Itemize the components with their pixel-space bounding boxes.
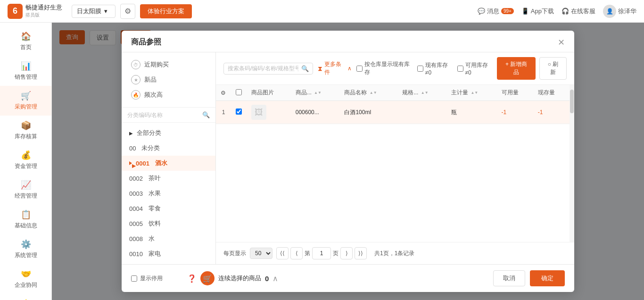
page-number-input[interactable] <box>312 247 331 259</box>
messages-link[interactable]: 💬 消息 99+ <box>478 7 514 16</box>
first-page-button[interactable]: ⟨⟨ <box>276 247 289 259</box>
scrollbar-thumb <box>570 90 574 113</box>
table-scroll-area[interactable]: ⚙ 商品图片 商品... <box>216 85 570 242</box>
category-0002[interactable]: 0002 茶叶 <box>122 171 215 186</box>
col-code-label: 商品... <box>296 89 312 96</box>
high-frequency-item[interactable]: 🔥 频次高 <box>127 87 210 102</box>
filter-existing-stock[interactable]: 现有库存≠0 <box>417 61 453 76</box>
show-disabled-checkbox[interactable] <box>131 275 137 282</box>
sidebar-label-system: 系统管理 <box>15 251 37 259</box>
sidebar-item-enterprise[interactable]: 🤝 企业协同 <box>0 264 51 294</box>
category-search-input[interactable] <box>127 112 199 118</box>
more-filters-button[interactable]: ⧗ 更多条件 ∧ <box>318 60 352 76</box>
sidebar: 🏠 首页 📊 销售管理 🛒 采购管理 📦 库存核算 💰 资金管理 📈 经营管理 … <box>0 23 52 300</box>
last-page-button[interactable]: ⟩⟩ <box>355 247 367 259</box>
cart-icon[interactable]: 🛒 <box>200 271 215 285</box>
row-checkbox-cell[interactable] <box>231 101 247 124</box>
col-image-label: 商品图片 <box>251 89 274 96</box>
sidebar-item-basic[interactable]: 📋 基础信息 <box>0 205 51 234</box>
col-settings[interactable]: ⚙ <box>216 85 231 101</box>
category-all[interactable]: 全部分类 <box>122 125 215 141</box>
star-icon: ★ <box>131 75 140 84</box>
sidebar-item-inventory[interactable]: 📦 库存核算 <box>0 116 51 145</box>
col-name[interactable]: 商品名称 ▲▼ <box>339 85 397 101</box>
sidebar-item-purchase[interactable]: 🛒 采购管理 <box>0 86 51 116</box>
existing-stock-checkbox[interactable] <box>417 66 423 72</box>
sidebar-item-home[interactable]: 🏠 首页 <box>0 26 51 56</box>
page-navigation: ⟨⟨ ⟨ 第 页 ⟩ ⟩⟩ <box>276 247 367 259</box>
product-search-input[interactable] <box>228 65 298 72</box>
app-download-link[interactable]: 📱 App下载 <box>521 7 554 16</box>
category-0010[interactable]: 0010 家电 <box>122 246 215 261</box>
sidebar-item-finance[interactable]: 💰 资金管理 <box>0 145 51 175</box>
sort-name-icon: ▲▼ <box>370 91 377 95</box>
modal-close-button[interactable]: ✕ <box>558 38 565 47</box>
help-icon[interactable]: ❓ <box>187 274 197 283</box>
row-code: 000600... <box>291 101 340 124</box>
sidebar-item-system[interactable]: ⚙️ 系统管理 <box>0 234 51 264</box>
add-product-button[interactable]: + 新增商品 <box>497 57 536 80</box>
modal-right-panel: 🔍 ⧗ 更多条件 ∧ 按仓库显示现有库存 <box>216 52 574 264</box>
filter-btn-label: 更多条件 <box>324 60 346 76</box>
cat-0001-code: 0001 <box>136 160 149 167</box>
system-icon: ⚙️ <box>21 239 31 250</box>
recent-purchases-item[interactable]: ⏱ 近期购买 <box>127 57 210 72</box>
search-icon[interactable]: 🔍 <box>301 65 309 72</box>
category-0003[interactable]: 0003 水果 <box>122 186 215 201</box>
prev-page-button[interactable]: ⟨ <box>290 247 303 259</box>
col-spec-label: 规格... <box>402 89 418 96</box>
cart-area[interactable]: ❓ 🛒 连续选择的商品 0 ∧ <box>187 271 278 285</box>
message-badge: 99+ <box>501 8 514 14</box>
fire-icon: 🔥 <box>131 90 140 100</box>
category-00[interactable]: 00 未分类 <box>122 141 215 156</box>
confirm-button[interactable]: 确定 <box>530 270 565 286</box>
filter-by-warehouse[interactable]: 按仓库显示现有库存 <box>356 60 413 76</box>
category-0001[interactable]: 0001 酒水 <box>122 156 215 171</box>
product-image: 🖼 <box>251 105 266 120</box>
brand-sub: 搭员版 <box>25 12 62 18</box>
cancel-button[interactable]: 取消 <box>493 270 525 286</box>
sort-unit-icon: ▲▼ <box>471 91 478 95</box>
sidebar-item-sales[interactable]: 📊 销售管理 <box>0 56 51 86</box>
customer-service-link[interactable]: 🎧 在线客服 <box>561 7 595 16</box>
row-index: 1 <box>216 101 231 124</box>
filter-available-stock[interactable]: 可用库存≠0 <box>457 61 493 76</box>
sort-code-icon: ▲▼ <box>314 91 322 95</box>
per-page-select[interactable]: 50 <box>250 248 272 259</box>
table-row[interactable]: 1 🖼 000600... <box>216 101 570 124</box>
refresh-button[interactable]: ○ 刷新 <box>539 57 567 80</box>
page-total-info: 共1页，1条记录 <box>374 250 414 258</box>
show-disabled-toggle[interactable]: 显示停用 <box>131 275 163 283</box>
category-0005[interactable]: 0005 饮料 <box>122 216 215 231</box>
new-products-item[interactable]: ★ 新品 <box>127 72 210 87</box>
modal-toolbar: 🔍 ⧗ 更多条件 ∧ 按仓库显示现有库存 <box>216 52 574 85</box>
row-unit: 瓶 <box>446 101 496 124</box>
available-stock-checkbox[interactable] <box>457 66 463 72</box>
sidebar-item-guide[interactable]: 🌟 新手引导 <box>0 294 51 300</box>
trial-button[interactable]: 体验行业方案 <box>140 4 192 18</box>
category-search-icon[interactable]: 🔍 <box>202 111 210 118</box>
quick-access-panel: ⏱ 近期购买 ★ 新品 🔥 频次高 <box>122 52 215 108</box>
sidebar-label-basic: 基础信息 <box>15 222 37 230</box>
category-0004[interactable]: 0004 零食 <box>122 201 215 216</box>
sidebar-item-operation[interactable]: 📈 经营管理 <box>0 175 51 205</box>
category-0008[interactable]: 0008 水 <box>122 231 215 246</box>
cat-0005-name: 饮料 <box>149 219 161 228</box>
col-unit[interactable]: 主计量 ▲▼ <box>446 85 496 101</box>
nav-dropdown[interactable]: 日太阳膜 ▾ <box>72 5 116 18</box>
page-word: 第 <box>305 250 310 258</box>
chevron-down-icon: ▾ <box>104 8 107 15</box>
next-page-button[interactable]: ⟩ <box>340 247 353 259</box>
cat-0008-code: 0008 <box>129 235 143 242</box>
high-freq-label: 频次高 <box>144 91 163 99</box>
vertical-scrollbar[interactable] <box>570 85 574 242</box>
select-all-checkbox[interactable] <box>236 89 242 95</box>
collapse-cart-icon[interactable]: ∧ <box>272 274 278 283</box>
sort-spec-icon: ▲▼ <box>421 91 429 95</box>
col-code[interactable]: 商品... ▲▼ <box>291 85 340 101</box>
warehouse-checkbox[interactable] <box>356 66 363 72</box>
col-spec[interactable]: 规格... ▲▼ <box>397 85 446 101</box>
settings-icon[interactable]: ⚙ <box>120 4 135 19</box>
row-checkbox[interactable] <box>236 108 242 115</box>
user-profile[interactable]: 👤 徐泽华 <box>603 5 636 18</box>
